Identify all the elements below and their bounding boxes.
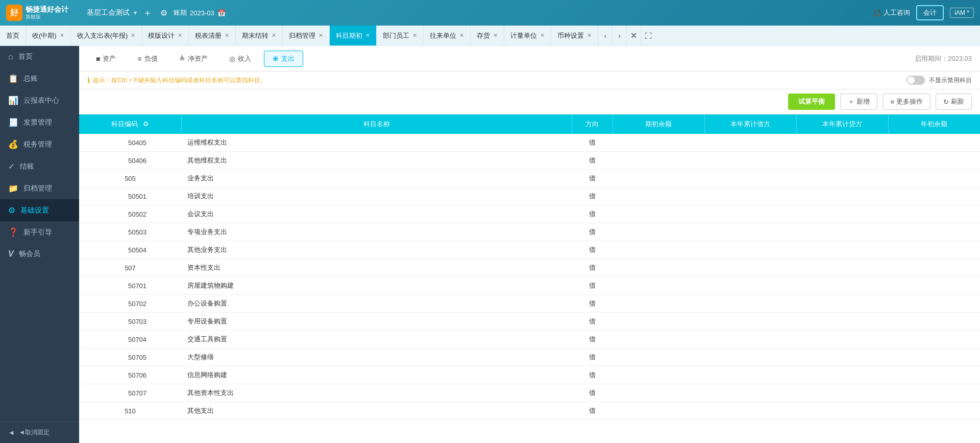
tab-income-close[interactable]: ✕ (131, 32, 135, 39)
balance-button[interactable]: 试算平衡 (788, 94, 835, 110)
tab-customer-close[interactable]: ✕ (459, 32, 464, 39)
tab-customer[interactable]: 往来单位 ✕ (424, 26, 471, 45)
sidebar-item-ledger[interactable]: 📋 总账 (0, 67, 79, 89)
tab-inventory[interactable]: 存货 ✕ (471, 26, 504, 45)
table-row[interactable]: 50501培训支出借 (79, 188, 980, 205)
tab-template[interactable]: 模版设计 ✕ (142, 26, 189, 45)
tax-icon: 💰 (8, 139, 18, 149)
tab-archive-mgmt-close[interactable]: ✕ (318, 32, 323, 39)
tab-subject-init-close[interactable]: ✕ (365, 32, 370, 39)
company-dropdown-icon[interactable]: ▾ (134, 9, 137, 16)
table-row[interactable]: 50405运维维权支出借 (79, 134, 980, 152)
tab-cashier-close[interactable]: ✕ (60, 32, 64, 39)
cell-ytd-credit (796, 259, 888, 277)
table-row[interactable]: 50701房屋建筑物购建借 (79, 277, 980, 295)
cell-direction: 借 (572, 366, 612, 384)
tab-close-all[interactable]: ✕ (627, 26, 641, 45)
invoice-icon: 🧾 (8, 118, 18, 127)
tab-dept-close[interactable]: ✕ (412, 32, 417, 39)
tab-home[interactable]: 首页 (0, 26, 26, 45)
company-selector[interactable]: 基层工会测试 ▾ ＋ ⚙ 账期 2023-03 📅 (87, 7, 868, 19)
table-row[interactable]: 50406其他维权支出借 (79, 152, 980, 170)
col-code-label: 科目编码 (111, 120, 138, 128)
sidebar-item-tax[interactable]: 💰 税务管理 (0, 133, 79, 155)
table-row[interactable]: 50503专项业务支出借 (79, 223, 980, 241)
sidebar-item-member[interactable]: V 畅会员 (0, 243, 79, 265)
plus-icon: ＋ (848, 97, 854, 106)
settings-icon[interactable]: ⚙ (160, 8, 167, 18)
refresh-button[interactable]: ↻ 刷新 (936, 94, 972, 110)
tab-nav-prev[interactable]: ‹ (598, 26, 612, 45)
cell-direction: 借 (572, 331, 612, 348)
add-button[interactable]: ＋ 新增 (840, 94, 877, 110)
col-settings-icon[interactable]: ⚙ (143, 120, 149, 128)
cell-opening-balance (612, 402, 704, 420)
sidebar-item-home[interactable]: ⌂ 首页 (0, 46, 79, 67)
sub-tab-expense[interactable]: ❋ 支出 (264, 51, 303, 67)
service-button[interactable]: 🎧 人工咨询 (873, 8, 910, 17)
calendar-icon[interactable]: 📅 (217, 9, 226, 17)
more-actions-button[interactable]: ≡ 更多操作 (883, 94, 930, 110)
toggle-area: 不显示禁用科目 (906, 76, 972, 85)
sidebar-item-settle[interactable]: ✓ 结账 (0, 155, 79, 177)
table-row[interactable]: 50704交通工具购置借 (79, 331, 980, 348)
tab-template-close[interactable]: ✕ (178, 32, 182, 39)
sidebar-collapse-button[interactable]: ◄ ◄取消固定 (0, 422, 79, 443)
cell-opening-balance (612, 313, 704, 331)
sidebar-item-reports[interactable]: 📊 云报表中心 (0, 89, 79, 111)
disabled-subject-toggle[interactable] (906, 76, 925, 85)
cell-code: 505 (79, 170, 181, 188)
tab-currency-close[interactable]: ✕ (587, 32, 592, 39)
add-company-button[interactable]: ＋ (143, 7, 152, 19)
tab-cashier[interactable]: 收(中期) ✕ (26, 26, 71, 45)
tab-unit[interactable]: 计量单位 ✕ (504, 26, 551, 45)
sidebar-item-guide[interactable]: ❓ 新手引导 (0, 221, 79, 243)
header-right: 🎧 人工咨询 会计 iAM * (873, 5, 974, 20)
sidebar-item-settings[interactable]: ⚙ 基础设置 (0, 199, 79, 221)
income-icon: ◎ (229, 55, 235, 63)
sub-tab-income[interactable]: ◎ 收入 (220, 51, 260, 67)
table-row[interactable]: 50707其他资本性支出借 (79, 384, 980, 402)
tab-nav-next[interactable]: › (612, 26, 627, 45)
subject-table: 科目编码 ⚙ 科目名称 方向 期初余额 本年累计借方 本年累计贷方 年初余额 5… (79, 114, 980, 420)
tab-currency[interactable]: 币种设置 ✕ (551, 26, 598, 45)
tab-income[interactable]: 收入支出表(年报) ✕ (71, 26, 142, 45)
cell-ytd-balance (888, 152, 980, 170)
cell-ytd-credit (796, 205, 888, 223)
sub-tab-liability[interactable]: ≡ 负债 (129, 51, 166, 67)
table-row[interactable]: 50706信息网络购建借 (79, 366, 980, 384)
sub-tab-assets[interactable]: ■ 资产 (87, 51, 125, 67)
sub-tab-bar: ■ 资产 ≡ 负债 ≜ 净资产 ◎ 收入 ❋ 支出 启用期间：2023.03 (79, 46, 980, 72)
tab-archive-mgmt[interactable]: 归档管理 ✕ (283, 26, 330, 45)
cell-ytd-debit (704, 259, 796, 277)
cell-opening-balance (612, 205, 704, 223)
sidebar-item-invoice[interactable]: 🧾 发票管理 (0, 111, 79, 133)
tab-tax[interactable]: 税表清册 ✕ (189, 26, 236, 45)
table-row[interactable]: 510其他支出借 (79, 402, 980, 420)
tab-tax-close[interactable]: ✕ (225, 32, 229, 39)
table-row[interactable]: 50502会议支出借 (79, 205, 980, 223)
table-row[interactable]: 50504其他业务支出借 (79, 241, 980, 259)
action-toolbar: 试算平衡 ＋ 新增 ≡ 更多操作 ↻ 刷新 (79, 89, 980, 114)
table-row[interactable]: 507资本性支出借 (79, 259, 980, 277)
tab-unit-close[interactable]: ✕ (540, 32, 545, 39)
cell-code: 50501 (79, 188, 181, 205)
cell-code: 50406 (79, 152, 181, 170)
tab-period-end[interactable]: 期末结转 ✕ (236, 26, 283, 45)
tab-dept[interactable]: 部门员工 ✕ (377, 26, 424, 45)
cell-name: 资本性支出 (181, 259, 572, 277)
tab-subject-init[interactable]: 科目期初 ✕ (330, 26, 377, 45)
period-display: 账期 2023-03 📅 (174, 8, 226, 17)
table-row[interactable]: 50703专用设备购置借 (79, 313, 980, 331)
table-row[interactable]: 50705大型修缮借 (79, 348, 980, 366)
tab-period-end-close[interactable]: ✕ (272, 32, 276, 39)
cell-name: 大型修缮 (181, 348, 572, 366)
account-button[interactable]: 会计 (916, 5, 944, 20)
cell-direction: 借 (572, 277, 612, 295)
tab-inventory-close[interactable]: ✕ (493, 32, 498, 39)
sidebar-item-archive[interactable]: 📁 归档管理 (0, 177, 79, 199)
sub-tab-net-assets[interactable]: ≜ 净资产 (170, 51, 216, 67)
tab-maximize[interactable]: ⛶ (641, 26, 655, 45)
table-row[interactable]: 505业务支出借 (79, 170, 980, 188)
table-row[interactable]: 50702办公设备购置借 (79, 295, 980, 313)
